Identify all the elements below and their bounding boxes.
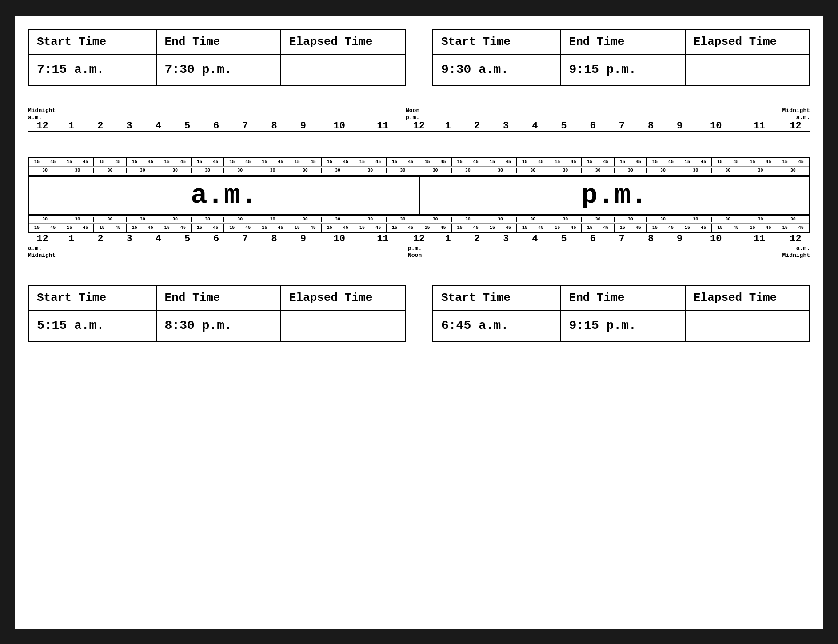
bottom-tables-row: Start Time End Time Elapsed Time 5:15 a.… [28, 285, 810, 342]
bottom-labels: a.m. Midnight p.m. Noon a.m. Midnight [28, 245, 810, 276]
bottom-right-start-val: 6:45 a.m. [433, 310, 561, 341]
top-right-start-val: 9:30 a.m. [433, 54, 561, 85]
tick-seg: 1545 [159, 158, 192, 166]
bottom-tick-row-1: 30 30 30 30 30 30 30 30 30 30 30 30 30 3… [29, 216, 809, 224]
tick-seg: 1545 [289, 158, 322, 166]
tick-seg: 1545 [387, 158, 419, 166]
tick-seg: 1545 [744, 158, 777, 166]
tick-seg: 1545 [647, 158, 679, 166]
bottom-right-end-val: 9:15 p.m. [561, 310, 685, 341]
num-4-am: 4 [144, 121, 173, 131]
num-8-am: 8 [260, 121, 289, 131]
midnight-label-right-top: Midnight a.m. [782, 107, 810, 121]
bottom-noon-label: p.m. Noon [408, 245, 422, 260]
num-2-am: 2 [86, 121, 115, 131]
bot-num-6-am: 6 [202, 234, 231, 244]
num-12-end: 12 [781, 121, 810, 131]
tick-seg: 1545 [517, 158, 549, 166]
top-right-header-start: Start Time [433, 29, 561, 54]
bottom-right-header-end: End Time [561, 285, 685, 310]
top-left-end-val: 7:30 p.m. [156, 54, 281, 85]
num-9-pm: 9 [665, 121, 694, 131]
top-left-elapsed-val [281, 54, 405, 85]
top-left-start-val: 7:15 a.m. [28, 54, 156, 85]
bot-num-8-pm: 8 [636, 234, 665, 244]
num-12-am: 12 [28, 121, 57, 131]
bot-num-11-pm: 11 [738, 234, 781, 244]
bot-num-2-am: 2 [86, 234, 115, 244]
bot-num-7-pm: 7 [607, 234, 636, 244]
bot-num-3-am: 3 [115, 234, 144, 244]
tick-seg: 1545 [452, 158, 484, 166]
num-6-pm: 6 [579, 121, 607, 131]
num-12-noon: 12 [404, 121, 433, 131]
page: Start Time End Time Elapsed Time 7:15 a.… [15, 16, 823, 629]
bot-num-1-pm: 1 [434, 234, 463, 244]
top-ruler: 1545 1545 1545 1545 1545 1545 1545 1545 … [28, 157, 810, 176]
ampm-band: a.m. p.m. [28, 176, 810, 216]
bot-num-4-pm: 4 [520, 234, 549, 244]
bot-num-6-pm: 6 [579, 234, 607, 244]
bot-num-12-noon: 12 [404, 234, 433, 244]
bottom-right-header-start: Start Time [433, 285, 561, 310]
tick-seg: 1545 [419, 158, 451, 166]
bot-num-3-pm: 3 [491, 234, 520, 244]
bot-num-10-am: 10 [318, 234, 361, 244]
tick-seg: 1545 [615, 158, 647, 166]
tick-seg: 1545 [777, 158, 809, 166]
num-3-pm: 3 [491, 121, 520, 131]
top-left-header-start: Start Time [28, 29, 156, 54]
bot-num-8-am: 8 [260, 234, 289, 244]
tick-seg: 1545 [582, 158, 614, 166]
bottom-right-elapsed-val [685, 310, 810, 341]
top-tick-row-2: 30 30 30 30 30 30 30 30 30 30 30 30 30 3… [29, 167, 809, 175]
tick-seg: 1545 [192, 158, 224, 166]
num-8-pm: 8 [636, 121, 665, 131]
bot-num-2-pm: 2 [463, 234, 491, 244]
tick-seg: 1545 [712, 158, 744, 166]
num-2-pm: 2 [463, 121, 491, 131]
svg-rect-0 [28, 131, 810, 158]
top-right-elapsed-val [685, 54, 810, 85]
tick-seg: 1545 [484, 158, 517, 166]
top-tick-row-1: 1545 1545 1545 1545 1545 1545 1545 1545 … [29, 158, 809, 167]
top-left-header-elapsed: Elapsed Time [281, 29, 405, 54]
tick-seg: 1545 [549, 158, 582, 166]
num-5-pm: 5 [549, 121, 578, 131]
bot-num-11-am: 11 [361, 234, 405, 244]
midnight-label-left: Midnight a.m. [28, 107, 56, 121]
tick-seg: 1545 [94, 158, 126, 166]
bottom-left-header-elapsed: Elapsed Time [281, 285, 405, 310]
bot-num-10-pm: 10 [694, 234, 738, 244]
bottom-right-header-elapsed: Elapsed Time [685, 285, 810, 310]
bot-num-12-end: 12 [781, 234, 810, 244]
num-1-pm: 1 [434, 121, 463, 131]
num-5-am: 5 [173, 121, 202, 131]
num-10-pm: 10 [694, 121, 738, 131]
tick-seg: 1545 [679, 158, 712, 166]
num-7-pm: 7 [607, 121, 636, 131]
tick-seg: 1545 [322, 158, 354, 166]
bottom-left-header-start: Start Time [28, 285, 156, 310]
bot-num-7-am: 7 [231, 234, 259, 244]
top-right-header-elapsed: Elapsed Time [685, 29, 810, 54]
bottom-right-table: Start Time End Time Elapsed Time 6:45 a.… [432, 285, 810, 342]
timeline: Midnight a.m. Noon p.m. Midnight a.m. 12… [28, 99, 810, 276]
bottom-left-elapsed-val [281, 310, 405, 341]
pm-section: p.m. [420, 177, 809, 214]
num-11-pm: 11 [738, 121, 781, 131]
tick-seg: 1545 [61, 158, 94, 166]
top-tables-row: Start Time End Time Elapsed Time 7:15 a.… [28, 29, 810, 86]
num-10-am: 10 [318, 121, 361, 131]
bot-num-5-am: 5 [173, 234, 202, 244]
bottom-midnight-label-right: a.m. Midnight [782, 245, 810, 260]
bot-num-4-am: 4 [144, 234, 173, 244]
tick-seg: 1545 [29, 158, 61, 166]
top-ruler-svg: // This will be done via inline marks [28, 131, 810, 158]
num-11-am: 11 [361, 121, 405, 131]
top-right-end-val: 9:15 p.m. [561, 54, 685, 85]
top-right-table: Start Time End Time Elapsed Time 9:30 a.… [432, 29, 810, 86]
bot-num-5-pm: 5 [549, 234, 578, 244]
bottom-tick-row-2: 1545 1545 1545 1545 1545 1545 1545 1545 … [29, 224, 809, 232]
top-left-header-end: End Time [156, 29, 281, 54]
